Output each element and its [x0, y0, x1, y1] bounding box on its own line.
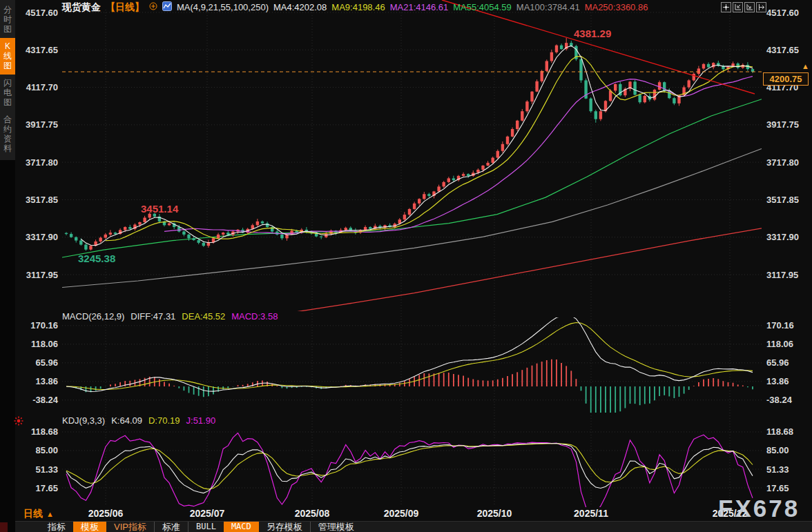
indicator-toolbar: 指标 模板 VIP指标 标准 BULL MACD 另存模板 管理模板: [0, 521, 812, 532]
macd-button[interactable]: MACD: [224, 522, 259, 532]
macd-header: MACD(26,12,9) DIFF:47.31 DEA:45.52 MACD:…: [62, 311, 278, 322]
sidebar-item-flash-chart[interactable]: 闪电图: [0, 75, 15, 111]
ma-lines: [81, 46, 753, 245]
kdj-panel: [66, 433, 753, 513]
kdj-d-value: D:70.19: [148, 415, 180, 426]
axis-tick-label: 17.65: [766, 483, 789, 493]
sidebar-item-kline-chart[interactable]: K线图: [0, 38, 15, 75]
kdj-title[interactable]: KDJ(9,3,3): [62, 415, 105, 426]
axis-tick-label: 170.16: [30, 320, 58, 331]
sidebar-item-time-chart[interactable]: 分时图: [0, 1, 15, 38]
axis-tick-label: -38.24: [32, 395, 59, 405]
x-axis-label: 2025/06: [88, 508, 124, 519]
sidebar-item-label: 分时图: [3, 5, 12, 34]
chart-header: 现货黄金 【日线】 MA(4,9,21,55,100,250) MA4:4202…: [62, 1, 648, 13]
axis-tick-label: 17.65: [35, 483, 58, 493]
price-up-arrow-icon: ▲: [802, 62, 809, 70]
axis-tick-label: 118.68: [31, 426, 58, 437]
standard-button[interactable]: 标准: [154, 522, 188, 532]
compress-left-icon[interactable]: [733, 2, 743, 12]
peak-high-label: 4381.29: [574, 28, 611, 39]
trendline: [442, 0, 755, 94]
kdj-header: KDJ(9,3,3) K:64.09 D:70.19 J:51.90: [62, 415, 215, 426]
period-tag: 【日线】: [106, 1, 144, 14]
ma55-value: MA55:4054.59: [453, 2, 512, 12]
chart-style-icon[interactable]: [162, 1, 172, 13]
chart-type-tabs: 分时图 K线图 闪电图 合约资料: [0, 0, 15, 160]
add-indicator-icon[interactable]: [149, 2, 157, 12]
kdj-k-value: K:64.09: [111, 415, 142, 426]
indicators-button[interactable]: 指标: [40, 522, 73, 532]
ma100-value: MA100:3784.41: [516, 2, 580, 12]
macd-panel: [66, 315, 753, 426]
chart-tool-icons: [721, 2, 766, 12]
axis-tick-label: 4117.70: [26, 82, 58, 92]
gridlines: [62, 10, 762, 506]
macd-title[interactable]: MACD(26,12,9): [62, 311, 124, 322]
axis-tick-label: 3717.80: [766, 157, 799, 168]
pan-icon[interactable]: [721, 2, 731, 12]
axis-tick-label: 85.00: [35, 445, 58, 455]
manage-template-button[interactable]: 管理模板: [310, 522, 362, 532]
ma4-value: MA4:4202.08: [273, 2, 327, 12]
axis-tick-label: 118.06: [31, 339, 58, 349]
template-button[interactable]: 模板: [73, 522, 106, 532]
candlesticks: [65, 38, 754, 250]
x-axis: 日线▲ 2025/062025/072025/082025/092025/102…: [0, 507, 812, 521]
axis-tick-label: 3917.75: [766, 119, 799, 130]
chart-canvas[interactable]: 4517.604517.604317.654317.654117.704117.…: [0, 0, 812, 532]
axis-tick-label: 65.96: [35, 357, 58, 368]
expand-icon[interactable]: [756, 2, 766, 12]
compress-right-icon[interactable]: [744, 2, 755, 12]
sidebar-item-contract-info[interactable]: 合约资料: [0, 111, 15, 157]
swing-high-label: 3451.14: [141, 203, 178, 215]
axis-tick-label: 3317.90: [26, 232, 58, 242]
axis-tick-label: 3117.95: [766, 270, 798, 280]
trading-terminal: 4517.604517.604317.654317.654117.704117.…: [0, 0, 812, 532]
symbol-name: 现货黄金: [62, 1, 101, 14]
axis-tick-label: 13.86: [766, 376, 789, 386]
chevron-up-icon: ▲: [46, 510, 54, 518]
axis-tick-label: 118.06: [766, 339, 793, 349]
macd-diff-value: DIFF:47.31: [130, 311, 175, 322]
x-axis-label: 2025/08: [295, 508, 330, 519]
sidebar-item-label: 闪电图: [3, 78, 12, 107]
vip-indicators-button[interactable]: VIP指标: [106, 522, 154, 532]
watermark: FX678: [718, 495, 800, 522]
axis-tick-label: 118.68: [766, 426, 793, 437]
axis-tick-label: 85.00: [766, 445, 789, 455]
x-axis-label: 2025/09: [384, 508, 419, 519]
axis-tick-label: 3317.90: [766, 232, 799, 242]
axis-tick-label: 3517.85: [26, 195, 58, 205]
sidebar-item-label: 合约资料: [3, 115, 12, 153]
swing-low-label: 3245.38: [78, 253, 115, 264]
axis-tick-label: 4317.65: [26, 45, 58, 55]
x-axis-label: 2025/11: [574, 508, 608, 519]
axis-tick-label: 3917.75: [26, 119, 58, 130]
axis-tick-label: 13.86: [35, 376, 58, 386]
axis-tick-label: 170.16: [766, 320, 794, 331]
x-axis-label: 2025/07: [190, 508, 225, 519]
axis-tick-label: 3717.80: [26, 157, 58, 168]
corner-marker: [0, 522, 8, 532]
indicator-settings-icon[interactable]: [13, 415, 24, 426]
period-label: 日线: [23, 508, 43, 519]
sidebar: 分时图 K线图 闪电图 合约资料: [0, 0, 15, 532]
axis-tick-label: 3517.85: [766, 195, 799, 205]
axis-tick-label: 51.33: [35, 464, 58, 475]
axis-tick-label: 65.96: [766, 357, 789, 368]
x-axis-label: 2025/10: [477, 508, 512, 519]
kdj-j-value: J:51.90: [186, 415, 216, 426]
axis-tick-label: 4517.60: [26, 8, 58, 18]
period-selector[interactable]: 日线▲: [23, 508, 54, 520]
ma250-value: MA250:3360.86: [585, 2, 648, 12]
save-template-button[interactable]: 另存模板: [259, 522, 310, 532]
ma-settings-label[interactable]: MA(4,9,21,55,100,250): [177, 2, 269, 12]
sidebar-item-label: K线图: [3, 41, 12, 70]
macd-hist-value: MACD:3.58: [231, 311, 278, 322]
bull-button[interactable]: BULL: [188, 522, 224, 532]
ma21-value: MA21:4146.61: [390, 2, 449, 12]
axis-tick-label: 51.33: [766, 464, 789, 475]
axis-tick-label: 4317.65: [766, 45, 799, 55]
ma9-value: MA9:4198.46: [331, 2, 385, 12]
